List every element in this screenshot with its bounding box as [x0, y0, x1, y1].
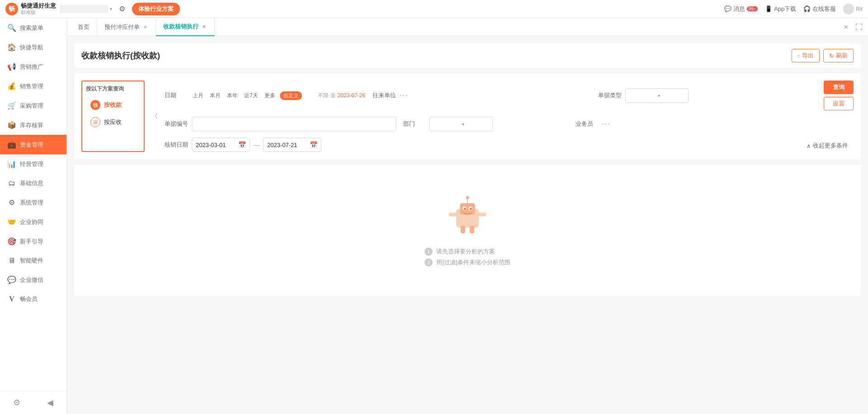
sidebar-item-search-menu[interactable]: 🔍 搜索菜单	[0, 18, 66, 38]
folder-icon: 🗂	[7, 179, 16, 187]
tab-bar: 首页 预付冲应付单 × 收款核销执行 × × ⛶	[67, 18, 868, 36]
svg-point-5	[470, 208, 472, 210]
sidebar-item-system[interactable]: ⚙ 系统管理	[0, 193, 66, 212]
counterparty-field: 往来单位 ···	[373, 91, 591, 100]
tab-writeoff[interactable]: 收款核销执行 ×	[156, 18, 215, 36]
staff-label: 业务员	[576, 120, 598, 128]
dept-select[interactable]: ▾	[429, 117, 493, 131]
search-icon: 🔍	[7, 24, 16, 32]
sidebar: 🔍 搜索菜单 🏠 快捷导航 📢 营销推广 💰 销售管理 🛒 采购管理 📦 库存核…	[0, 18, 67, 414]
sidebar-item-enterprise[interactable]: 🤝 企业协同	[0, 212, 66, 232]
sidebar-collapse-button[interactable]: ◀	[43, 395, 57, 410]
tab-prepay[interactable]: 预付冲应付单 ×	[97, 18, 156, 36]
last-7days-btn[interactable]: 近7天	[242, 91, 260, 100]
sidebar-item-sales[interactable]: 💰 销售管理	[0, 76, 66, 96]
sidebar-settings-button[interactable]: ⚙	[9, 395, 24, 410]
tab-prepay-close[interactable]: ×	[142, 24, 148, 31]
empty-illustration	[445, 192, 490, 247]
svg-rect-1	[460, 203, 475, 214]
writeoff-start-input[interactable]	[196, 142, 236, 148]
tab-home[interactable]: 首页	[71, 18, 97, 36]
counterparty-label: 往来单位	[373, 91, 396, 100]
sidebar-item-finance[interactable]: 💼 资金管理	[0, 135, 66, 154]
doc-type-select[interactable]: ▾	[625, 88, 689, 103]
filter-settings-button[interactable]: 设置	[824, 97, 854, 110]
calendar-icon-end[interactable]: 📅	[310, 141, 317, 148]
sidebar-item-quick-nav[interactable]: 🏠 快捷导航	[0, 38, 66, 57]
staff-more-btn[interactable]: ···	[602, 120, 610, 128]
svg-rect-9	[470, 226, 474, 233]
sidebar-label: 销售管理	[20, 82, 43, 90]
export-icon: ↑	[797, 52, 801, 59]
sidebar-label: 基础信息	[20, 179, 43, 187]
filter-layout: 按以下方案查询 收 按收款 应 按应收 《	[81, 81, 854, 152]
empty-tips: 1 请先选择要分析的方案 2 用[过滤]条件来缩小分析范围	[425, 247, 510, 269]
filter-option-by-receivable[interactable]: 应 按应收	[86, 114, 140, 131]
brand-logo: 畅 畅捷通好生意 标准版	[5, 2, 56, 15]
company-selector[interactable]: ▾	[60, 5, 112, 13]
sidebar-item-member[interactable]: V 畅会员	[0, 290, 66, 309]
date-label: 日期	[165, 91, 187, 100]
empty-icon	[445, 192, 490, 237]
sidebar-item-guide[interactable]: 🎯 新手引导	[0, 232, 66, 251]
export-button[interactable]: ↑ 导出	[792, 49, 820, 62]
this-month-btn[interactable]: 本月	[208, 91, 222, 100]
tab-maximize-button[interactable]: ⛶	[854, 21, 864, 33]
sidebar-item-operation[interactable]: 📊 经营管理	[0, 154, 66, 174]
this-year-btn[interactable]: 本年	[225, 91, 240, 100]
more-dates-btn[interactable]: 更多	[263, 91, 277, 100]
tip-number-2: 2	[425, 258, 433, 266]
sidebar-item-wechat[interactable]: 💬 企业微信	[0, 270, 66, 290]
sidebar-item-purchase[interactable]: 🛒 采购管理	[0, 96, 66, 115]
chevron-up-icon: ∧	[807, 143, 811, 149]
brand-icon: 畅	[5, 3, 18, 15]
sidebar-item-inventory[interactable]: 📦 库存核算	[0, 115, 66, 135]
dept-label: 部门	[403, 120, 426, 128]
sidebar-bottom: ⚙ ◀	[0, 391, 66, 414]
sidebar-item-hardware[interactable]: 🖥 智能硬件	[0, 251, 66, 270]
user-profile[interactable]: Rit	[843, 4, 863, 14]
tab-close-all-button[interactable]: ×	[842, 21, 850, 33]
sidebar-label: 企业微信	[20, 276, 43, 284]
filter-sidebar-title: 按以下方案查询	[86, 85, 140, 93]
settings-button[interactable]: ⚙	[116, 3, 128, 15]
message-button[interactable]: 💬 消息 99+	[724, 5, 758, 13]
doc-no-label: 单据编号	[165, 120, 188, 128]
calendar-icon[interactable]: 📅	[238, 141, 246, 148]
trial-industry-button[interactable]: 体验行业方案	[132, 3, 180, 15]
sidebar-label: 营销推广	[20, 63, 43, 71]
receipt-icon: 收	[90, 100, 100, 110]
top-bar-right: 💬 消息 99+ 📱 App下载 🎧 在线客服 Rit	[724, 4, 863, 14]
filter-panel: 按以下方案查询 收 按收款 应 按应收 《	[74, 73, 861, 159]
sidebar-item-basic[interactable]: 🗂 基础信息	[0, 174, 66, 193]
doc-no-input[interactable]	[192, 117, 396, 131]
filter-collapse-button[interactable]: 《	[150, 107, 159, 125]
svg-point-11	[466, 196, 469, 199]
collapse-more-button[interactable]: ∧ 收起更多条件	[801, 140, 854, 152]
top-bar-left: 畅 畅捷通好生意 标准版 ▾ ⚙ 体验行业方案	[5, 2, 724, 15]
receivable-icon: 应	[90, 117, 100, 127]
filter-option-by-receipt[interactable]: 收 按收款	[86, 96, 140, 114]
tab-writeoff-close[interactable]: ×	[201, 23, 207, 30]
filter-row-3: 核销日期 📅 — 📅	[165, 138, 854, 152]
online-service-button[interactable]: 🎧 在线客服	[803, 5, 836, 13]
headset-icon: 🎧	[803, 5, 811, 12]
doc-type-label: 单据类型	[598, 91, 622, 100]
filter-row-2: 单据编号 部门 ▾ 业务员	[165, 117, 854, 131]
counterparty-more-btn[interactable]: ···	[400, 91, 408, 100]
date-range-separator: —	[252, 142, 261, 148]
sidebar-item-marketing[interactable]: 📢 营销推广	[0, 57, 66, 76]
sidebar-label: 资金管理	[20, 141, 43, 149]
system-icon: ⚙	[7, 198, 16, 207]
last-month-btn[interactable]: 上月	[191, 91, 205, 100]
app-download-button[interactable]: 📱 App下载	[765, 5, 796, 13]
query-button[interactable]: 查询	[824, 81, 854, 94]
writeoff-end-input[interactable]	[267, 142, 308, 148]
doc-type-field: 单据类型 ▾	[598, 88, 816, 103]
handshake-icon: 🤝	[7, 218, 16, 226]
sidebar-label: 企业协同	[20, 218, 43, 226]
filter-sidebar: 按以下方案查询 收 按收款 应 按应收	[81, 81, 145, 152]
custom-date-badge: 自定义	[280, 91, 302, 100]
refresh-button[interactable]: ↻ 刷新	[823, 49, 854, 62]
staff-field: 业务员 ···	[576, 120, 774, 128]
